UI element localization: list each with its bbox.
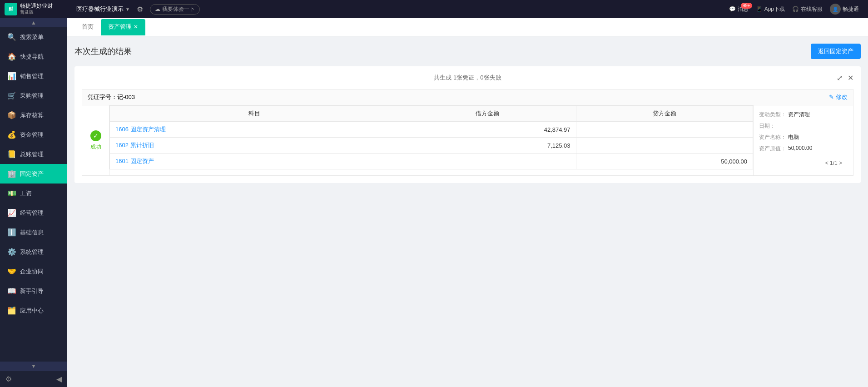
sidebar-item-sales[interactable]: 📊 销售管理 [0,66,67,86]
credit-1602 [576,138,753,154]
online-service-label: 在线客服 [801,5,823,13]
table-row: 1606 固定资产清理 42,874.97 [110,122,753,138]
voucher-header: 凭证字号：记-003 ✎ 修改 [82,89,853,105]
pagination[interactable]: < 1/1 > [759,156,848,170]
sidebar-item-guide[interactable]: 📖 新手引导 [0,281,67,301]
sidebar-label-system: 系统管理 [20,248,44,256]
top-header: 财 畅捷通好业财 普及版 医疗器械行业演示 ▼ ⚙ ☁ 我要体验一下 💬 消息 … [0,0,868,18]
tab-asset-management[interactable]: 资产管理 ✕ [101,19,145,35]
sidebar-item-quick-nav[interactable]: 🏠 快捷导航 [0,47,67,66]
money-icon: 💰 [7,130,16,139]
sidebar-item-basic-info[interactable]: ℹ️ 基础信息 [0,223,67,242]
settings-icon[interactable]: ⚙ [134,3,146,15]
sidebar-item-operations[interactable]: 📈 经营管理 [0,203,67,223]
result-summary: 共生成 1张凭证，0张失败 [82,74,853,82]
book-icon: 📒 [7,150,16,159]
sidebar-label-fixed-assets: 固定资产 [20,170,44,178]
result-panel: ⤢ ✕ 共生成 1张凭证，0张失败 凭证字号：记-003 ✎ 修改 [74,66,861,183]
success-icon: ✓ [90,130,101,141]
box-icon: 📦 [7,111,16,119]
logo-area: 财 畅捷通好业财 普及版 [5,3,72,15]
user-action[interactable]: 👤 畅捷通 [830,4,859,15]
account-1606: 1606 固定资产清理 [110,122,399,138]
sidebar-item-fixed-assets[interactable]: 🏢 固定资产 [0,164,67,184]
status-cell: ✓ 成功 [82,105,109,175]
page-header: 本次生成的结果 返回固定资产 [74,44,861,59]
table-row: 1601 固定资产 50,000.00 [110,154,753,169]
sidebar-item-inventory[interactable]: 📦 库存核算 [0,105,67,125]
tab-close-icon[interactable]: ✕ [134,24,138,30]
sidebar-label-purchase: 采购管理 [20,92,44,100]
sidebar-item-system[interactable]: ⚙️ 系统管理 [0,242,67,262]
sidebar-item-ledger[interactable]: 📒 总账管理 [0,144,67,164]
page-content: 本次生成的结果 返回固定资产 ⤢ ✕ 共生成 1张凭证，0张失败 凭证字号：记-… [67,36,868,387]
dollar-icon: 💵 [7,189,16,198]
sidebar-label-operations: 经营管理 [20,209,44,217]
sidebar-item-app-center[interactable]: 🗂️ 应用中心 [0,301,67,320]
date-label: 日期： [759,122,775,130]
sidebar: ▲ 🔍 搜索菜单 🏠 快捷导航 📊 销售管理 🛒 采购管理 📦 库存核算 [0,18,67,387]
chart-icon: 📊 [7,72,16,80]
sidebar-label-app-center: 应用中心 [20,307,44,315]
headset-icon: 🎧 [792,6,799,12]
asset-name-row: 资产名称： 电脑 [759,134,848,141]
sidebar-label-sales: 销售管理 [20,72,44,80]
debit-1606: 42,874.97 [399,122,576,138]
gear-icon: ⚙️ [7,248,16,256]
avatar: 👤 [830,4,841,15]
sidebar-item-search[interactable]: 🔍 搜索菜单 [0,27,67,47]
account-1601: 1601 固定资产 [110,154,399,169]
col-subject: 科目 [110,106,399,122]
app-download-label: App下载 [764,5,785,13]
trending-icon: 📈 [7,208,16,217]
side-info-panel: 变动类型： 资产清理 日期： 资产名称： 电脑 [753,105,853,175]
header-center: 医疗器械行业演示 ▼ ⚙ ☁ 我要体验一下 [72,3,729,15]
collapse-sidebar-icon[interactable]: ◀ [56,375,62,383]
table-row: 1602 累计折旧 7,125.03 [110,138,753,154]
asset-name-value: 电脑 [788,134,799,141]
sidebar-scroll-down[interactable]: ▼ [0,362,67,371]
sidebar-scroll: 🔍 搜索菜单 🏠 快捷导航 📊 销售管理 🛒 采购管理 📦 库存核算 💰 [0,27,67,362]
sidebar-item-payroll[interactable]: 💵 工资 [0,184,67,203]
message-action[interactable]: 💬 消息 99+ [729,5,749,13]
logo-icon: 财 [5,3,17,15]
status-text: 成功 [90,143,101,151]
page-title: 本次生成的结果 [74,46,132,57]
app-download-action[interactable]: 📱 App下载 [756,5,785,13]
logo-text: 畅捷通好业财 [20,3,53,9]
settings-bottom-icon[interactable]: ⚙ [5,375,12,383]
col-credit: 贷方金额 [576,106,753,122]
date-row: 日期： [759,122,848,130]
sidebar-item-enterprise[interactable]: 🤝 企业协同 [0,262,67,281]
close-panel-icon[interactable]: ✕ [848,74,853,82]
mobile-icon: 📱 [756,6,763,12]
search-icon: 🔍 [7,33,16,41]
edit-icon: ✎ [829,94,836,100]
tab-home[interactable]: 首页 [74,19,101,35]
sidebar-item-purchase[interactable]: 🛒 采购管理 [0,86,67,105]
company-selector[interactable]: 医疗器械行业演示 ▼ [76,5,130,13]
experience-btn[interactable]: ☁ 我要体验一下 [150,4,200,15]
message-badge: 99+ [741,3,752,9]
content-area: 首页 资产管理 ✕ 本次生成的结果 返回固定资产 ⤢ ✕ 共生成 1张凭证，0张… [67,18,868,387]
sidebar-scroll-up[interactable]: ▲ [0,18,67,27]
debit-1602: 7,125.03 [399,138,576,154]
edit-voucher-btn[interactable]: ✎ 修改 [829,93,848,101]
original-value-value: 50,000.00 [788,145,812,153]
online-service-action[interactable]: 🎧 在线客服 [792,5,823,13]
header-right: 💬 消息 99+ 📱 App下载 🎧 在线客服 👤 畅捷通 [729,4,863,15]
main-layout: ▲ 🔍 搜索菜单 🏠 快捷导航 📊 销售管理 🛒 采购管理 📦 库存核算 [0,18,868,387]
experience-label: 我要体验一下 [162,5,195,13]
sidebar-item-capital[interactable]: 💰 资金管理 [0,125,67,144]
change-type-label: 变动类型： [759,111,786,119]
edit-label: 修改 [836,94,848,100]
change-type-row: 变动类型： 资产清理 [759,111,848,119]
sidebar-label-search: 搜索菜单 [20,33,44,41]
logo-text-block: 畅捷通好业财 普及版 [20,3,53,15]
tab-home-label: 首页 [82,23,94,31]
expand-icon[interactable]: ⤢ [837,74,843,82]
sidebar-bottom: ⚙ ◀ [0,371,67,387]
logo-sub: 普及版 [20,9,53,15]
col-debit: 借方金额 [399,106,576,122]
return-btn[interactable]: 返回固定资产 [811,44,861,59]
